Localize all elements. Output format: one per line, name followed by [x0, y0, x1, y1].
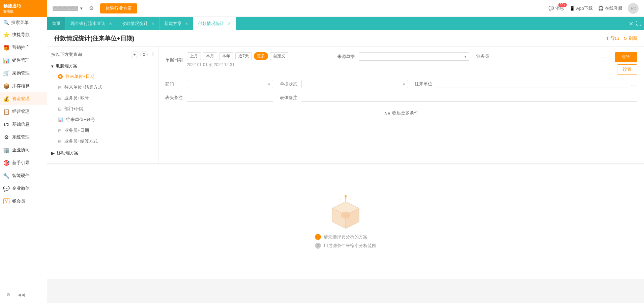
active-circle-icon: [58, 74, 63, 79]
step-num-2: 2: [315, 243, 321, 249]
cube-svg: [325, 195, 366, 229]
svg-point-8: [345, 195, 347, 197]
scheme-item-dept-date-label: 部门+日期: [64, 106, 85, 112]
query-btn[interactable]: 查询: [615, 52, 637, 62]
dropdown-arrow-icon: ▾: [80, 6, 83, 11]
sidebar-item-qiye[interactable]: 🏢 企业协同: [0, 144, 47, 156]
sidebar-item-zijin[interactable]: 💰 资金管理: [0, 92, 47, 105]
sidebar-item-kucun[interactable]: 📦 库存核算: [0, 80, 47, 92]
empty-state: 1 请先选择要分析的方案 2 用过滤条件来缩小分析范围: [308, 175, 383, 269]
empty-state-container: 1 请先选择要分析的方案 2 用过滤条件来缩小分析范围: [47, 164, 644, 279]
filter-settings-btn[interactable]: 设置: [617, 64, 637, 74]
filter-group-salesman: 业务员 ...: [476, 52, 608, 60]
tab-payment-close[interactable]: ✕: [228, 22, 231, 26]
sidebar-item-xitong[interactable]: ⚙ 系统管理: [0, 131, 47, 144]
scheme-group-pc-title[interactable]: ▾ 电脑端方案: [47, 61, 158, 71]
related-unit-input[interactable]: [436, 80, 628, 88]
tab-payment[interactable]: 付款情况统计 ✕: [193, 17, 236, 30]
sidebar-item-weixin[interactable]: 💬 企业微信: [0, 182, 47, 195]
sidebar-item-yingxiao[interactable]: 🎁 营销推广: [0, 41, 47, 54]
source-select-arrow: ▾: [464, 54, 466, 59]
left-panel-collapse-btn[interactable]: 《: [150, 52, 154, 58]
tab-receipts[interactable]: 收款情况统计 ✕: [117, 17, 159, 30]
maximize-btn[interactable]: ⛶: [636, 21, 641, 27]
collapse-more-label: 收起更多条件: [392, 110, 418, 116]
table-icon-3: ⊞: [58, 107, 62, 112]
sidebar-item-caigou[interactable]: 🛒 采购管理: [0, 67, 47, 80]
sidebar-label-xiaoshou: 销售管理: [12, 57, 30, 63]
sidebar-item-kuaijie[interactable]: ⭐ 快捷导航: [0, 28, 47, 41]
topbar: ▓▓▓▓▓▓▓▓ ▾ ⚙ 体验行业方案 💬 消息 99+ 📱 App下载 🎧 在…: [47, 0, 644, 17]
scheme-item-unit-account[interactable]: 📊 往来单位+账号: [47, 114, 158, 125]
scheme-settings-btn[interactable]: ⚙: [140, 51, 148, 58]
scheme-item-salesman-settle[interactable]: ⊞ 业务员+结算方式: [47, 136, 158, 147]
tab-cashflow-close[interactable]: ✕: [109, 22, 112, 26]
refresh-btn[interactable]: ↻ 刷新: [623, 35, 637, 41]
table-icon-1: ⊞: [58, 85, 62, 90]
related-unit-dots-btn[interactable]: ...: [631, 81, 637, 87]
source-select[interactable]: ▾: [359, 52, 469, 61]
tab-receipts-close[interactable]: ✕: [151, 22, 154, 26]
export-icon: ⬆: [606, 36, 609, 41]
sidebar-label-caigou: 采购管理: [12, 70, 30, 76]
kuaijie-icon: ⭐: [3, 32, 9, 38]
filter-container: 按以下方案查询 + ⚙ 《: [47, 47, 644, 164]
filter-group-date: 单据日期 上月 本月 本年 近7天 更多 自定义 2022-01-01 至 20…: [165, 52, 330, 68]
trial-btn[interactable]: 体验行业方案: [100, 3, 137, 13]
tab-home[interactable]: 首页: [47, 17, 66, 30]
date-btn-more[interactable]: 更多: [254, 52, 268, 60]
scheme-item-salesman-account[interactable]: ⊞ 业务员+账号: [47, 93, 158, 103]
sidebar-item-zhineng[interactable]: 🔧 智能硬件: [0, 169, 47, 182]
tab-newplan[interactable]: 新建方案 ✕: [159, 17, 193, 30]
empty-step-1: 1 请先选择要分析的方案: [315, 234, 376, 240]
search-menu[interactable]: 🔍 搜索菜单: [0, 17, 47, 28]
scheme-group-mobile-title[interactable]: ▶ 移动端方案: [47, 148, 158, 158]
service-btn[interactable]: 🎧 在线客服: [598, 5, 622, 11]
left-panel-title: 按以下方案查询: [51, 52, 128, 58]
tab-newplan-close[interactable]: ✕: [185, 22, 188, 26]
salesman-input[interactable]: [498, 52, 599, 60]
table-icon-2: ⊞: [58, 96, 62, 101]
date-btn-this-month[interactable]: 本月: [203, 52, 217, 60]
page-title: 付款情况统计(往来单位+日期): [54, 34, 135, 42]
collapse-more-btn[interactable]: ∧∧ 收起更多条件: [165, 107, 637, 119]
scheme-item-salesman-date[interactable]: ⊞ 业务员+日期: [47, 125, 158, 136]
header-note-input[interactable]: [187, 94, 273, 102]
salesman-dots-btn[interactable]: ...: [602, 54, 608, 59]
sidebar-item-jichu[interactable]: 🗂 基础信息: [0, 118, 47, 131]
sidebar-item-changhui[interactable]: V 畅会员: [0, 195, 47, 208]
topbar-right: 💬 消息 99+ 📱 App下载 🎧 在线客服 Rit: [549, 3, 639, 14]
search-menu-label: 搜索菜单: [11, 20, 29, 26]
tab-cashflow[interactable]: 现金银行流水查询 ✕: [66, 17, 117, 30]
collapse-sidebar-btn[interactable]: ◀◀: [16, 290, 26, 300]
sidebar-bottom: ⚙ ◀◀: [0, 286, 47, 303]
voucher-status-select[interactable]: ▾: [301, 80, 408, 88]
date-btn-last-month[interactable]: 上月: [187, 52, 201, 60]
message-btn[interactable]: 💬 消息 99+: [549, 5, 564, 11]
sidebar-item-xinshou[interactable]: 🎯 新手引导: [0, 156, 47, 169]
scheme-item-dept-date[interactable]: ⊞ 部门+日期: [47, 103, 158, 114]
avatar-text: Rit: [631, 6, 636, 11]
scheme-item-unit-date[interactable]: 往来单位+日期: [47, 71, 158, 82]
sidebar-item-xiaoshou[interactable]: 📊 销售管理: [0, 54, 47, 67]
settings-bottom-btn[interactable]: ⚙: [3, 290, 13, 300]
app-download-btn[interactable]: 📱 App下载: [569, 5, 593, 11]
export-btn[interactable]: ⬆ 导出: [606, 35, 619, 41]
header-note-label: 表头备注: [165, 95, 184, 101]
sidebar-label-xitong: 系统管理: [12, 134, 30, 140]
sidebar-label-kuaijie: 快捷导航: [12, 32, 30, 38]
body-note-input[interactable]: [301, 94, 637, 102]
date-btn-7days[interactable]: 近7天: [235, 52, 252, 60]
scheme-item-unit-settle[interactable]: ⊞ 往来单位+结算方式: [47, 82, 158, 93]
add-scheme-btn[interactable]: +: [131, 51, 138, 58]
date-btn-custom[interactable]: 自定义: [270, 52, 288, 60]
close-tab-btn[interactable]: ✕: [629, 21, 633, 27]
sidebar-item-jingying[interactable]: 📋 经营管理: [0, 105, 47, 118]
avatar[interactable]: Rit: [628, 3, 639, 14]
step1-text: 请先选择要分析的方案: [324, 234, 368, 240]
gear-btn[interactable]: ⚙: [87, 4, 96, 13]
company-selector[interactable]: ▓▓▓▓▓▓▓▓ ▾: [53, 6, 83, 11]
date-btn-this-year[interactable]: 本年: [219, 52, 233, 60]
dept-select[interactable]: ▾: [187, 80, 273, 88]
tabs-actions: ✕ ⛶: [626, 21, 644, 27]
